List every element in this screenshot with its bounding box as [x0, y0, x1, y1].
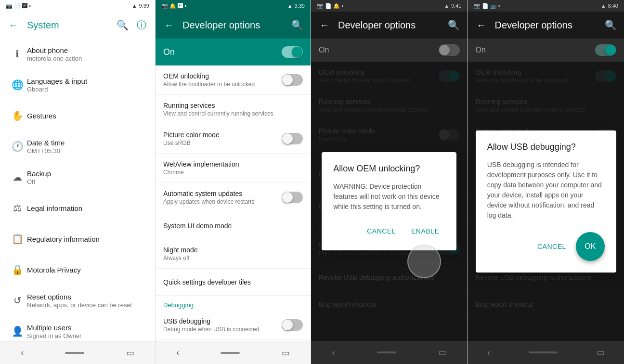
back-nav-r1[interactable]: ‹ — [332, 348, 335, 358]
oem-dialog-actions: Cancel Enable — [333, 223, 445, 239]
dev-toggle[interactable] — [282, 46, 303, 58]
right-panels: 📷 📄 🔔 • ▲ 9:41 ← Developer options 🔍 On — [311, 0, 624, 364]
gestures-icon: ✋ — [8, 106, 27, 125]
search-icon-r1[interactable]: 🔍 — [448, 19, 460, 31]
settings-item-reset[interactable]: ↺ Reset options Network, apps, or device… — [0, 285, 155, 316]
about-subtitle: motorola one action — [27, 55, 147, 62]
back-icon-r2[interactable]: ← — [476, 19, 487, 31]
settings-item-legal[interactable]: ⚖ Legal information — [0, 193, 155, 223]
status-icons-left: 📷 📄 🅿 • — [6, 3, 31, 9]
language-title: Languages & input — [27, 77, 147, 85]
back-icon-mid[interactable]: ← — [163, 19, 175, 31]
back-nav-r2[interactable]: ‹ — [487, 348, 490, 358]
datetime-title: Date & time — [27, 139, 147, 147]
backup-icon: ☁ — [8, 168, 27, 187]
recent-nav-mid[interactable]: ▭ — [282, 348, 290, 358]
icons-r2: 📷 📄 📺 • — [474, 3, 500, 9]
oem-enable-btn[interactable]: Enable — [405, 223, 445, 239]
backup-title: Backup — [27, 169, 147, 178]
oem-cancel-btn[interactable]: Cancel — [361, 223, 402, 239]
usb-dialog-body: USB debugging is intended for developmen… — [487, 160, 605, 221]
reset-subtitle: Network, apps, or device can be reset — [27, 301, 147, 309]
usb-dialog-actions: Cancel OK — [487, 232, 605, 261]
right2-inner: 📷 📄 📺 • ▲ 8:40 ← Developer options 🔍 On — [468, 0, 624, 364]
settings-item-backup[interactable]: ☁ Backup Off — [0, 162, 155, 193]
on-label-r2: On — [476, 46, 596, 54]
dev-toggle-r2[interactable] — [595, 44, 616, 56]
status-bar-left: 📷 📄 🅿 • ▲ 9:39 — [0, 0, 155, 12]
usb-ok-btn[interactable]: OK — [576, 232, 605, 261]
right1-inner: 📷 📄 🔔 • ▲ 9:41 ← Developer options 🔍 On — [311, 0, 468, 364]
settings-item-about[interactable]: ℹ About phone motorola one action — [0, 39, 155, 69]
nav-bar-left: ‹ ▭ — [0, 341, 155, 364]
home-indicator-left[interactable] — [65, 352, 84, 354]
settings-item-regulatory[interactable]: 📋 Regulatory information — [0, 223, 155, 254]
about-icon: ℹ — [8, 44, 27, 64]
settings-item-language[interactable]: 🌐 Languages & input Gboard — [0, 69, 155, 100]
dev-item-demo[interactable]: System UI demo mode — [156, 212, 311, 239]
settings-item-users[interactable]: 👤 Multiple users Signed in as Owner — [0, 316, 155, 341]
nav-bar-r2: ‹ ▭ — [468, 341, 624, 364]
usb-cancel-btn[interactable]: Cancel — [532, 232, 572, 261]
color-toggle[interactable] — [282, 133, 303, 144]
night-title: Night mode — [163, 246, 303, 254]
search-icon-r2[interactable]: 🔍 — [605, 19, 616, 31]
r2-content-area: OEM unlocking Allow the bootloader to be… — [468, 62, 624, 341]
status-bar-r2: 📷 📄 📺 • ▲ 8:40 — [468, 0, 624, 12]
dev-item-tiles[interactable]: Quick settings developer tiles — [156, 269, 311, 296]
dev-item-usb[interactable]: USB debugging Debug mode when USB is con… — [156, 311, 311, 340]
oem-dialog-body: WARNING: Device protection features will… — [333, 182, 445, 212]
on-row-r1[interactable]: On — [311, 39, 468, 62]
home-indicator-r1[interactable] — [377, 351, 396, 353]
developer-panel-oem-dialog: 📷 📄 🔔 • ▲ 9:41 ← Developer options 🔍 On — [311, 0, 468, 364]
datetime-subtitle: GMT+05:30 — [27, 147, 147, 155]
oem-title: OEM unlocking — [163, 72, 282, 80]
help-icon-left[interactable]: ⓘ — [136, 19, 147, 31]
settings-item-privacy[interactable]: 🔒 Motorola Privacy — [0, 254, 155, 285]
dev-item-autoupdate[interactable]: Automatic system updates Apply updates w… — [156, 183, 311, 212]
regulatory-title: Regulatory information — [27, 235, 147, 243]
back-icon-r1[interactable]: ← — [319, 19, 330, 31]
recent-nav-r1[interactable]: ▭ — [438, 347, 446, 358]
settings-list: ℹ About phone motorola one action 🌐 Lang… — [0, 39, 155, 341]
time-left: 9:39 — [139, 3, 149, 9]
settings-item-datetime[interactable]: 🕐 Date & time GMT+05:30 — [0, 131, 155, 162]
search-icon-left[interactable]: 🔍 — [117, 19, 128, 31]
back-icon-left[interactable]: ← — [8, 19, 19, 31]
users-title: Multiple users — [27, 324, 147, 332]
dev-item-color[interactable]: Picture color mode Use sRGB — [156, 124, 311, 154]
dev-options-list: OEM unlocking Allow the bootloader to be… — [156, 65, 311, 341]
about-title: About phone — [27, 46, 147, 54]
dev-toggle-r1[interactable] — [439, 44, 460, 56]
back-nav-mid[interactable]: ‹ — [176, 348, 179, 358]
dev-item-running[interactable]: Running services View and control curren… — [156, 95, 311, 124]
oem-dialog: Allow OEM unlocking? WARNING: Device pro… — [322, 152, 456, 250]
on-row[interactable]: On — [156, 39, 311, 65]
dev-item-night[interactable]: Night mode Always off — [156, 239, 311, 269]
reset-icon: ↺ — [8, 291, 27, 310]
time-r2: 8:40 — [608, 3, 618, 9]
recent-nav-r2[interactable]: ▭ — [597, 347, 605, 358]
users-subtitle: Signed in as Owner — [27, 332, 147, 339]
settings-item-gestures[interactable]: ✋ Gestures — [0, 100, 155, 131]
dev-item-webview[interactable]: WebView implementation Chrome — [156, 154, 311, 183]
language-icon: 🌐 — [8, 75, 27, 94]
oem-dialog-title: Allow OEM unlocking? — [333, 164, 445, 174]
night-subtitle: Always off — [163, 255, 303, 261]
usb-toggle[interactable] — [282, 319, 303, 331]
usb-dialog: Allow USB debugging? USB debugging is in… — [476, 130, 616, 273]
autoupdate-toggle[interactable] — [282, 192, 303, 203]
search-icon-mid[interactable]: 🔍 — [291, 19, 303, 31]
dev-item-oem[interactable]: OEM unlocking Allow the bootloader to be… — [156, 65, 311, 95]
home-indicator-mid[interactable] — [221, 352, 240, 354]
on-row-r2[interactable]: On — [468, 39, 624, 62]
recent-nav-left[interactable]: ▭ — [126, 348, 134, 358]
autoupdate-subtitle: Apply updates when device restarts — [163, 198, 282, 205]
running-subtitle: View and control currently running servi… — [163, 110, 303, 117]
oem-toggle[interactable] — [282, 74, 303, 86]
regulatory-icon: 📋 — [8, 229, 27, 248]
nav-bar-r1: ‹ ▭ — [311, 341, 468, 364]
home-indicator-r2[interactable] — [529, 351, 558, 353]
gestures-title: Gestures — [27, 112, 147, 120]
back-nav-left[interactable]: ‹ — [21, 348, 24, 358]
